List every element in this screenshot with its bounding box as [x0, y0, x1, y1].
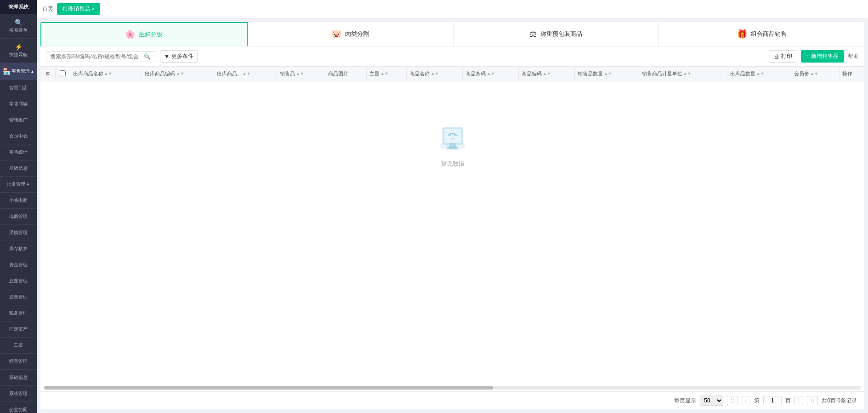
- sidebar-item-search[interactable]: 🔍 搜索菜单: [0, 14, 37, 39]
- main-area: 首页 特殊销售品 × 🌸 生鲜分级 🐷 肉类分割 ⚖ 称重预包装商品 🎁 组合商…: [37, 0, 868, 413]
- tab-meat-cutting-label: 肉类分割: [345, 30, 369, 38]
- tab-meat-cutting[interactable]: 🐷 肉类分割: [248, 22, 454, 46]
- fresh-grading-icon: 🌸: [125, 29, 135, 40]
- sidebar-item-system[interactable]: 系统管理: [0, 386, 37, 402]
- sort-icon-sales-qty[interactable]: ▲▼: [604, 72, 612, 76]
- new-sales-item-button[interactable]: + 新增销售品: [801, 50, 844, 63]
- sidebar-label-search: 搜索菜单: [9, 27, 28, 34]
- sidebar-item-retailstat[interactable]: 零售统计: [0, 144, 37, 161]
- sidebar-item-ecom[interactable]: 小畅电商: [0, 193, 37, 209]
- help-button[interactable]: 帮助: [848, 52, 859, 60]
- empty-text: 暂无数据: [441, 160, 465, 168]
- sidebar-label-baseinfo1: 基础信息: [9, 165, 28, 172]
- th-product-barcode: 商品条码 ▲▼: [463, 67, 519, 81]
- sidebar-item-business[interactable]: 经营管理: [0, 354, 37, 370]
- th-outlet-name: 出库商品名称 ▲▼: [70, 67, 142, 81]
- sidebar-item-smartstore[interactable]: 智慧门店: [0, 80, 37, 96]
- search-box[interactable]: 🔍: [46, 51, 156, 62]
- topbar: 首页 特殊销售品 ×: [37, 0, 868, 18]
- sidebar-item-retailmall[interactable]: 零售商城: [0, 96, 37, 112]
- th-product-name: 商品名称 ▲▼: [407, 67, 463, 81]
- tab-fresh-grading[interactable]: 🌸 生鲜分级: [40, 22, 248, 46]
- sidebar-label-marketing: 营销推广: [9, 117, 28, 123]
- page-label-prefix: 第: [754, 397, 760, 405]
- first-page-button[interactable]: ⟨⟨: [727, 396, 738, 405]
- last-page-button[interactable]: ⟩⟩: [807, 396, 818, 405]
- sidebar-label-enterprise: 企业协同: [9, 407, 28, 413]
- main-table: ⚙ 出库商品名称 ▲▼ 出库商品编码 ▲▼: [40, 67, 864, 81]
- sidebar-item-inventory[interactable]: 库存核算: [0, 241, 37, 257]
- sidebar-item-purchase[interactable]: 采购管理: [0, 225, 37, 241]
- th-checkbox[interactable]: [55, 67, 70, 81]
- th-outlet-code: 出库商品编码 ▲▼: [142, 67, 214, 81]
- sidebar-label-invoice: 发票管理: [9, 294, 28, 300]
- prev-page-button[interactable]: ⟨: [742, 396, 750, 405]
- search-icon[interactable]: 🔍: [144, 53, 151, 60]
- app-logo: 管理系统: [0, 0, 37, 14]
- sort-icon-product-code[interactable]: ▲▼: [543, 72, 551, 76]
- sidebar-label-baseinfo2: 基础信息: [9, 374, 28, 381]
- sidebar-item-ledger[interactable]: 总账管理: [0, 273, 37, 289]
- new-btn-label: + 新增销售品: [806, 52, 839, 60]
- search-input[interactable]: [50, 53, 142, 60]
- sidebar-item-baseinfo1[interactable]: 基础信息: [0, 161, 37, 177]
- sort-icon-outlet-qty[interactable]: ▲▼: [756, 72, 765, 76]
- sidebar-item-finance[interactable]: 资金管理: [0, 257, 37, 273]
- scrollbar-thumb[interactable]: [44, 386, 493, 390]
- sidebar-item-baseinfo2[interactable]: 基础信息: [0, 370, 37, 386]
- per-page-select[interactable]: 50 100 200: [700, 396, 723, 406]
- tab-close-button[interactable]: ×: [92, 6, 95, 11]
- sidebar-item-enterprise[interactable]: 企业协同: [0, 402, 37, 413]
- retail-mgmt-icon: 🏪: [3, 68, 11, 75]
- sidebar-item-ecommgmt[interactable]: 电商管理: [0, 209, 37, 225]
- home-tab[interactable]: 首页: [42, 5, 53, 13]
- th-actions: 操作: [839, 67, 864, 81]
- sidebar-label-purchase: 采购管理: [9, 229, 28, 236]
- sidebar-label-tax: 税务管理: [9, 310, 28, 316]
- svg-rect-6: [447, 147, 458, 149]
- sidebar-item-tax[interactable]: 税务管理: [0, 305, 37, 321]
- th-settings[interactable]: ⚙: [40, 67, 55, 81]
- th-main-qty: 主量 ▲▼: [367, 67, 407, 81]
- sidebar-item-quicknav[interactable]: ⚡ 快捷导航: [0, 39, 37, 63]
- tab-fresh-grading-label: 生鲜分级: [139, 30, 163, 39]
- empty-icon: [434, 118, 471, 155]
- page-number-input[interactable]: 1: [763, 396, 782, 405]
- sidebar-label-ecommgmt: 电商管理: [9, 213, 28, 220]
- svg-point-3: [449, 134, 451, 136]
- sidebar-item-marketing[interactable]: 营销推广: [0, 112, 37, 128]
- sidebar-label-finance: 资金管理: [9, 262, 28, 268]
- sort-icon-main-qty[interactable]: ▲▼: [380, 72, 389, 76]
- sidebar-item-retail[interactable]: 🏪 零售管理 ▲: [0, 63, 37, 80]
- filter-button[interactable]: ▼ 更多条件: [160, 50, 198, 63]
- sidebar-item-invoice[interactable]: 发票管理: [0, 289, 37, 305]
- sort-icon-sales-unit[interactable]: ▲▼: [683, 72, 692, 76]
- select-all-checkbox[interactable]: [60, 70, 66, 76]
- sort-icon-outlet-code[interactable]: ▲▼: [176, 72, 184, 76]
- tab-weight-prepack[interactable]: ⚖ 称重预包装商品: [454, 22, 659, 46]
- sidebar-item-member[interactable]: 会员中心: [0, 128, 37, 144]
- sidebar-item-fixedasset[interactable]: 固定资产: [0, 321, 37, 338]
- total-label: 共0页 0条记录: [822, 397, 857, 405]
- tab-combo-sales-label: 组合商品销售: [751, 30, 787, 38]
- combo-sales-icon: 🎁: [737, 29, 747, 39]
- active-tab-label: 特殊销售品: [62, 5, 90, 13]
- next-page-button[interactable]: ⟩: [794, 396, 803, 405]
- sort-icon-product-barcode[interactable]: ▲▼: [487, 72, 495, 76]
- sort-icon-outlet-other[interactable]: ▲▼: [243, 72, 251, 76]
- sort-icon-sales-item[interactable]: ▲▼: [296, 72, 304, 76]
- sidebar-item-wholesale[interactable]: 批发管理 ▼: [0, 177, 37, 193]
- tab-combo-sales[interactable]: 🎁 组合商品销售: [659, 22, 864, 46]
- sort-icon-product-name[interactable]: ▲▼: [431, 72, 439, 76]
- sidebar-item-salary[interactable]: 工资: [0, 338, 37, 354]
- toolbar-left: 🔍 ▼ 更多条件: [46, 50, 198, 63]
- sidebar-label-retailstat: 零售统计: [9, 149, 28, 155]
- tab-weight-prepack-label: 称重预包装商品: [540, 30, 582, 38]
- active-tab[interactable]: 特殊销售品 ×: [57, 3, 100, 15]
- filter-label: 更多条件: [171, 52, 193, 60]
- th-sales-qty: 销售品数量 ▲▼: [575, 67, 639, 81]
- sort-icon-member-price[interactable]: ▲▼: [810, 72, 818, 76]
- sort-icon-outlet-name[interactable]: ▲▼: [104, 72, 113, 76]
- print-button[interactable]: 🖨 打印: [769, 50, 797, 63]
- horizontal-scrollbar[interactable]: [44, 386, 861, 390]
